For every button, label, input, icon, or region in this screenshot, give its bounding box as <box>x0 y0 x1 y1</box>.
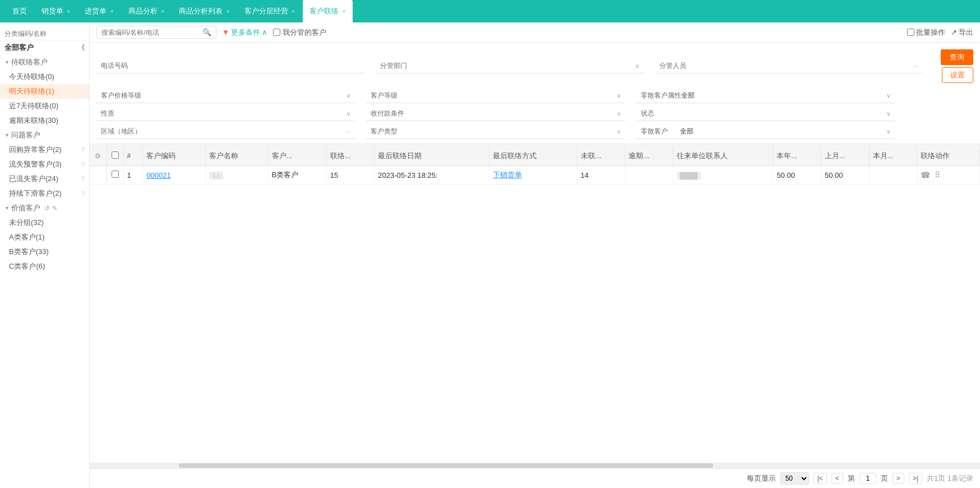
col-last-method-header: 最后联络方式 <box>489 146 577 166</box>
action-menu-icon[interactable]: ⠿ <box>935 171 940 179</box>
filter-payment[interactable]: 收付款条件 ∨ <box>366 107 625 121</box>
sidebar-today-pending[interactable]: 今天待联络(0) <box>0 70 89 84</box>
filter-row-3: 性质 ∨ 收付款条件 ∨ 状态 ∨ <box>96 107 973 121</box>
filter-gender[interactable]: 性质 ∨ <box>96 107 355 121</box>
sidebar-c-class[interactable]: C类客户(6) <box>0 259 89 274</box>
filter-panel: 电话号码 分管部门 ∨ 分管人员 ··· 查询 设置 <box>90 43 980 144</box>
last-method-link[interactable]: 下销货单 <box>493 171 522 179</box>
prev-page-btn[interactable]: < <box>831 473 843 484</box>
my-customers-checkbox[interactable] <box>273 29 280 36</box>
gender-arrow[interactable]: ∨ <box>346 111 350 117</box>
phone-input[interactable] <box>140 62 360 70</box>
filter-manager: 分管人员 ··· <box>655 59 923 73</box>
customer-name-blurred: Ea <box>209 172 223 179</box>
help-icon-3[interactable]: ? <box>81 190 85 197</box>
nav-tab-purchase[interactable]: 进货单 × <box>78 0 120 22</box>
sidebar-repurchase-abnormal[interactable]: 回购异常客户(2) ? <box>0 142 89 157</box>
close-customer-contact-tab[interactable]: × <box>342 8 345 15</box>
col-this-year-header: 本年... <box>773 146 821 166</box>
nav-home[interactable]: 首页 <box>6 6 34 16</box>
sidebar-collapse-btn[interactable]: 《 <box>78 43 85 53</box>
last-page-btn[interactable]: >| <box>909 473 922 484</box>
close-analysis-tab[interactable]: × <box>161 8 164 15</box>
sidebar-tomorrow-pending[interactable]: 明天待联络(1) <box>0 84 89 99</box>
close-customer-ops-tab[interactable]: × <box>292 8 295 15</box>
nav-tab-sales[interactable]: 销货单 × <box>35 0 77 22</box>
col-settings[interactable]: ⚙ <box>90 146 107 166</box>
row-this-month <box>869 166 917 185</box>
col-uncontacted-header: 未联... <box>577 146 625 166</box>
sidebar-a-class[interactable]: A类客户(1) <box>0 230 89 245</box>
more-conditions-btn[interactable]: ▼ 更多条件 ∧ <box>222 27 267 38</box>
close-sales-tab[interactable]: × <box>67 8 70 15</box>
manager-input[interactable] <box>699 62 918 70</box>
search-input[interactable] <box>101 29 202 36</box>
sidebar-churn-warning[interactable]: 流失预警客户(3) ? <box>0 157 89 172</box>
sidebar-search-input[interactable] <box>4 30 89 38</box>
region-input[interactable] <box>141 128 350 136</box>
sidebar-value-group[interactable]: 价值客户 ↺ ✎ <box>0 201 89 215</box>
horizontal-scrollbar[interactable] <box>90 463 980 468</box>
sidebar-pending-group[interactable]: 待联络客户 <box>0 55 89 70</box>
row-checkbox-cell <box>107 166 123 185</box>
page-size-select[interactable]: 50 100 200 <box>780 472 809 485</box>
nav-tab-customer-contact[interactable]: 客户联络 × <box>303 0 352 22</box>
filter-retail-customer[interactable]: 零散客户 全部 ∨ <box>636 125 895 139</box>
my-customers-checkbox-wrap: 我分管的客户 <box>273 27 326 38</box>
filter-retail-attr[interactable]: 零散客户属性 全部 ∨ <box>636 89 895 103</box>
retail-customer-arrow[interactable]: ∨ <box>886 128 890 135</box>
close-purchase-tab[interactable]: × <box>110 8 113 15</box>
nav-tab-analysis[interactable]: 商品分析 × <box>122 0 171 22</box>
region-dots[interactable]: ··· <box>345 128 350 136</box>
batch-op-btn[interactable]: 批量操作 <box>907 27 945 38</box>
row-checkbox[interactable] <box>112 171 119 178</box>
sidebar-churned[interactable]: 已流失客户(24) ? <box>0 172 89 186</box>
page-input[interactable]: 1 <box>859 473 876 484</box>
filter-dept[interactable]: 分管部门 ∨ <box>376 59 644 73</box>
search-bar: 🔍 ▼ 更多条件 ∧ 我分管的客户 批量操作 ↗ 导出 <box>90 22 980 43</box>
search-icon[interactable]: 🔍 <box>202 28 211 36</box>
filter-customer-type[interactable]: 客户类型 ∨ <box>366 125 625 139</box>
export-icon: ↗ <box>951 28 957 36</box>
price-level-arrow[interactable]: ∨ <box>346 93 350 99</box>
customer-code-link[interactable]: 000021 <box>146 171 170 179</box>
first-page-btn[interactable]: |< <box>813 473 827 484</box>
filter-status[interactable]: 状态 ∨ <box>636 107 895 121</box>
sidebar-b-class[interactable]: B类客户(33) <box>0 245 89 259</box>
table-row: 1 000021 Ea B类客户 15 2023-05-23 18:25: 下销… <box>90 166 980 185</box>
search-input-wrap: 🔍 <box>96 26 216 39</box>
customer-type-arrow[interactable]: ∨ <box>617 128 621 135</box>
filter-price-level[interactable]: 客户价格等级 ∨ <box>96 89 355 103</box>
row-unit-contact: ████ <box>673 166 773 185</box>
sidebar-problem-group[interactable]: 问题客户 <box>0 128 89 142</box>
sidebar-all-customers[interactable]: 全部客户 《 <box>0 40 89 55</box>
nav-tab-analysis-list[interactable]: 商品分析列表 × <box>172 0 236 22</box>
dept-arrow[interactable]: ∨ <box>635 63 639 69</box>
scrollbar-thumb[interactable] <box>179 463 713 468</box>
manager-dots[interactable]: ··· <box>913 62 918 70</box>
action-icons: ☎ ⠿ <box>921 171 976 179</box>
customer-level-arrow[interactable]: ∨ <box>617 93 621 99</box>
payment-arrow[interactable]: ∨ <box>617 111 621 117</box>
sidebar-7days-pending[interactable]: 近7天待联络(0) <box>0 99 89 113</box>
retail-attr-arrow[interactable]: ∨ <box>886 93 890 99</box>
col-unit-contact-header: 往来单位联系人 <box>673 146 773 166</box>
export-btn[interactable]: ↗ 导出 <box>951 27 973 38</box>
help-icon-0[interactable]: ? <box>81 146 85 153</box>
next-page-btn[interactable]: > <box>893 473 904 484</box>
help-icon-2[interactable]: ? <box>81 176 85 182</box>
nav-tab-customer-ops[interactable]: 客户分层经营 × <box>238 0 302 22</box>
select-all-checkbox[interactable] <box>112 151 119 159</box>
query-btn[interactable]: 查询 <box>941 49 973 65</box>
value-refresh-icon[interactable]: ↺ <box>44 205 49 212</box>
value-edit-icon[interactable]: ✎ <box>52 205 57 212</box>
help-icon-1[interactable]: ? <box>81 161 85 168</box>
status-arrow[interactable]: ∨ <box>886 111 890 117</box>
close-analysis-list-tab[interactable]: × <box>226 8 229 15</box>
sidebar-declining[interactable]: 持续下滑客户(2) ? <box>0 186 89 201</box>
sidebar-overdue-pending[interactable]: 逾期未联络(30) <box>0 113 89 128</box>
setting-btn[interactable]: 设置 <box>942 67 973 83</box>
filter-customer-level[interactable]: 客户等级 ∨ <box>366 89 625 103</box>
action-phone-icon[interactable]: ☎ <box>921 171 930 179</box>
sidebar-ungrouped[interactable]: 未分组(32) <box>0 215 89 230</box>
